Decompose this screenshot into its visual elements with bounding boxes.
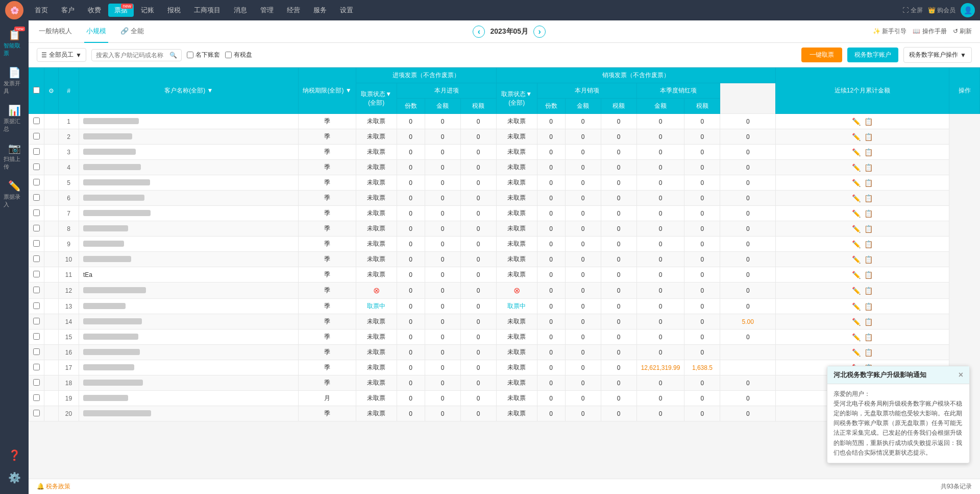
copy-btn[interactable]: 📋: [863, 333, 874, 341]
copy-btn[interactable]: 📋: [863, 240, 874, 248]
th-tax-period[interactable]: 纳税期限(全部) ▼: [299, 68, 356, 114]
copy-btn[interactable]: 📋: [863, 255, 874, 264]
edit-btn[interactable]: ✏️: [851, 255, 862, 264]
nav-bookkeeping[interactable]: 记账: [135, 4, 160, 17]
tab-small-scale[interactable]: 小规模: [84, 20, 108, 43]
cell-checkbox[interactable]: [29, 314, 44, 330]
sidebar-item-ticket-entry[interactable]: ✏️ 票据录入: [2, 176, 27, 213]
copy-btn[interactable]: 📋: [863, 318, 874, 326]
checkbox-tax-disk[interactable]: 有税盘: [225, 51, 252, 59]
th-in-status[interactable]: 取票状态▼(全部): [356, 83, 397, 114]
copy-btn[interactable]: 📋: [863, 271, 874, 279]
prev-month-btn[interactable]: ‹: [473, 26, 485, 38]
edit-btn[interactable]: ✏️: [851, 318, 862, 326]
copy-btn[interactable]: 📋: [863, 209, 874, 218]
copy-btn[interactable]: 📋: [863, 163, 874, 172]
next-month-btn[interactable]: ›: [533, 26, 546, 38]
edit-btn[interactable]: ✏️: [851, 348, 862, 357]
sidebar-item-config[interactable]: ⚙️: [2, 467, 27, 489]
edit-btn[interactable]: ✏️: [851, 225, 862, 233]
copy-btn[interactable]: 📋: [863, 302, 874, 311]
cell-checkbox[interactable]: [29, 191, 44, 206]
nav-ticket[interactable]: 票据 new: [108, 4, 134, 17]
cell-checkbox[interactable]: [29, 129, 44, 145]
th-out-status[interactable]: 取票状态▼(全部): [496, 83, 537, 114]
edit-btn[interactable]: ✏️: [851, 240, 862, 248]
nav-service[interactable]: 服务: [307, 4, 333, 17]
tab-general-taxpayer[interactable]: 一般纳税人: [37, 20, 74, 43]
nav-message[interactable]: 消息: [228, 4, 253, 17]
cell-checkbox[interactable]: [29, 299, 44, 314]
cell-checkbox[interactable]: [29, 206, 44, 221]
sidebar-item-ticket-summary[interactable]: 📊 票据汇总: [2, 100, 27, 137]
copy-btn[interactable]: 📋: [863, 133, 874, 141]
cell-checkbox[interactable]: [29, 345, 44, 360]
tax-disk-checkbox[interactable]: [225, 52, 232, 58]
nav-fee[interactable]: 收费: [82, 4, 107, 17]
edit-btn[interactable]: ✏️: [851, 133, 862, 141]
cell-checkbox[interactable]: [29, 283, 44, 299]
copy-btn[interactable]: 📋: [863, 148, 874, 156]
cell-checkbox[interactable]: [29, 175, 44, 191]
cell-checkbox[interactable]: [29, 391, 44, 406]
nav-business[interactable]: 工商项目: [188, 4, 227, 17]
user-avatar[interactable]: 👤: [961, 3, 975, 17]
nav-client[interactable]: 客户: [55, 4, 81, 17]
nav-manage[interactable]: 管理: [254, 4, 280, 17]
edit-btn[interactable]: ✏️: [851, 271, 862, 279]
cell-checkbox[interactable]: [29, 114, 44, 129]
sub-account-checkbox[interactable]: [187, 52, 193, 58]
popup-close-btn[interactable]: ×: [959, 370, 963, 380]
copy-btn[interactable]: 📋: [863, 225, 874, 233]
edit-btn[interactable]: ✏️: [851, 179, 862, 187]
cell-checkbox[interactable]: [29, 145, 44, 160]
edit-btn[interactable]: ✏️: [851, 333, 862, 341]
edit-btn[interactable]: ✏️: [851, 302, 862, 311]
sidebar-item-help[interactable]: ❓: [2, 445, 27, 466]
search-icon[interactable]: 🔍: [169, 52, 177, 59]
new-guide-btn[interactable]: ✨ 新手引导: [873, 27, 906, 36]
cell-checkbox[interactable]: [29, 406, 44, 421]
tab-all[interactable]: 🔗 全能: [118, 20, 146, 43]
copy-btn[interactable]: 📋: [863, 179, 874, 187]
cell-checkbox[interactable]: [29, 221, 44, 237]
edit-btn[interactable]: ✏️: [851, 148, 862, 156]
sidebar-item-scan-upload[interactable]: 📷 扫描上传: [2, 138, 27, 175]
cell-checkbox[interactable]: [29, 360, 44, 375]
one-click-ticket-btn[interactable]: 一键取票: [801, 48, 842, 62]
cell-checkbox[interactable]: [29, 252, 44, 267]
copy-btn[interactable]: 📋: [863, 117, 874, 126]
cell-checkbox[interactable]: [29, 267, 44, 283]
employee-filter[interactable]: ☰ 全部员工 ▼: [37, 48, 86, 62]
sidebar-item-smart-ticket[interactable]: 📋 智能取票 new: [2, 25, 27, 61]
nav-tax[interactable]: 报税: [161, 4, 187, 17]
select-all-checkbox[interactable]: [33, 87, 40, 93]
fullscreen-btn[interactable]: ⛶ 全屏: [902, 6, 922, 15]
operation-manual-btn[interactable]: 📖 操作手册: [913, 27, 946, 36]
nav-operation[interactable]: 经营: [281, 4, 306, 17]
edit-btn[interactable]: ✏️: [851, 287, 862, 295]
tax-digital-account-btn[interactable]: 税务数字账户: [847, 48, 898, 62]
copy-btn[interactable]: 📋: [863, 348, 874, 357]
th-client-name[interactable]: 客户名称(全部) ▼: [79, 68, 299, 114]
copy-btn[interactable]: 📋: [863, 287, 874, 295]
cell-checkbox[interactable]: [29, 237, 44, 252]
cell-checkbox[interactable]: [29, 330, 44, 345]
edit-btn[interactable]: ✏️: [851, 117, 862, 126]
sidebar-item-invoice-open[interactable]: 📄 发票开具: [2, 62, 27, 99]
cell-checkbox[interactable]: [29, 375, 44, 391]
tax-digital-account-op-btn[interactable]: 税务数字账户操作 ▼: [903, 47, 972, 63]
th-settings[interactable]: ⚙: [44, 68, 59, 114]
refresh-btn[interactable]: ↺ 刷新: [953, 27, 972, 36]
tax-policy-link[interactable]: 🔔 税务政策: [37, 482, 70, 491]
cell-checkbox[interactable]: [29, 160, 44, 175]
nav-settings[interactable]: 设置: [334, 4, 359, 17]
edit-btn[interactable]: ✏️: [851, 194, 862, 202]
nav-home[interactable]: 首页: [29, 4, 54, 17]
search-input[interactable]: [96, 52, 167, 59]
edit-btn[interactable]: ✏️: [851, 209, 862, 218]
edit-btn[interactable]: ✏️: [851, 163, 862, 172]
member-btn[interactable]: 👑 购会员: [928, 6, 955, 15]
checkbox-sub-account[interactable]: 名下账套: [187, 51, 220, 59]
copy-btn[interactable]: 📋: [863, 194, 874, 202]
